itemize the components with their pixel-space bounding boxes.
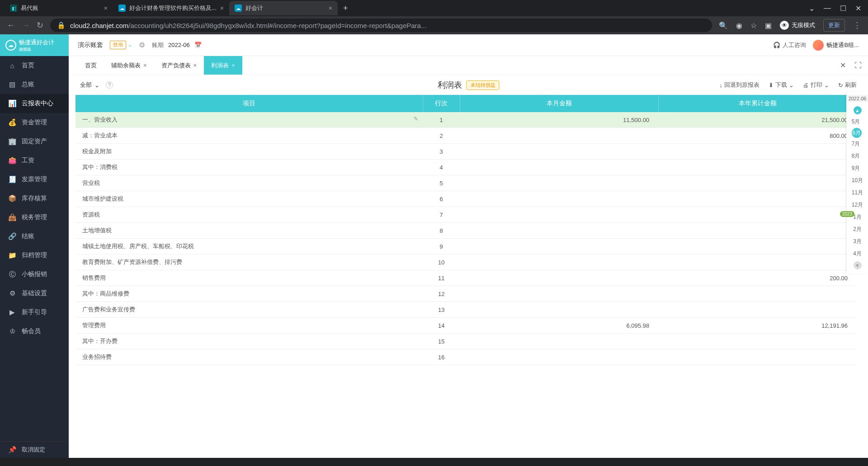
timeline-month[interactable]: 2月: [853, 223, 862, 235]
sidebar-item-13[interactable]: ▶新手引导: [0, 303, 69, 322]
table-row[interactable]: 业务招待费 16: [75, 349, 857, 365]
page-tab-1[interactable]: 辅助余额表×: [104, 56, 154, 75]
sidebar-item-10[interactable]: 📁归档管理: [0, 246, 69, 265]
timeline-current-year[interactable]: 2022.06: [847, 95, 868, 102]
sidebar-item-4[interactable]: 🏢固定资产: [0, 132, 69, 151]
timeline-month[interactable]: 6月: [852, 128, 862, 138]
timeline-month[interactable]: 7月: [852, 138, 863, 150]
close-all-tabs-icon[interactable]: ✕: [837, 60, 848, 71]
sidebar-item-7[interactable]: 📦库存核算: [0, 189, 69, 208]
cell-item: 城镇土地使用税、房产税、车船税、印花税: [75, 239, 423, 254]
sidebar-item-8[interactable]: 👜税务管理: [0, 208, 69, 227]
table-row[interactable]: 税金及附加 3: [75, 144, 857, 160]
table-row[interactable]: 其中：消费税 4: [75, 160, 857, 175]
menu-icon[interactable]: ⋮: [853, 20, 861, 30]
close-icon[interactable]: ×: [220, 5, 224, 12]
browser-tab-1[interactable]: ◧ 易代账 ×: [5, 1, 113, 15]
timeline-month[interactable]: 4月: [853, 248, 862, 260]
sidebar-logo[interactable]: ☁ 畅捷通好会计 旗舰版: [0, 34, 69, 56]
download-button[interactable]: ⬇ 下载 ⌄: [769, 81, 794, 89]
timeline-month[interactable]: 12月: [852, 199, 863, 211]
close-icon[interactable]: ×: [104, 5, 108, 12]
sidebar-item-5[interactable]: 👛工资: [0, 151, 69, 170]
timeline-month[interactable]: 3月: [853, 235, 862, 248]
timeline-month[interactable]: 9月: [852, 162, 863, 174]
period-value[interactable]: 2022-06: [168, 42, 190, 48]
sidebar-item-9[interactable]: 🔗结账: [0, 227, 69, 246]
chevron-down-icon[interactable]: ⌄: [809, 4, 815, 13]
calendar-icon[interactable]: 📅: [194, 42, 202, 48]
table-row[interactable]: 管理费用 14 6,095.98 12,191.96: [75, 318, 857, 334]
url-input[interactable]: 🔒 cloud2.chanjet.com/accounting/uh26t264…: [50, 19, 712, 32]
sidebar-item-3[interactable]: 💰资金管理: [0, 113, 69, 132]
timeline-month[interactable]: 8月: [852, 150, 863, 162]
page-tab-0[interactable]: 首页: [78, 56, 104, 75]
timeline-month[interactable]: 11月: [852, 187, 863, 199]
table-row[interactable]: 减：营业成本 2 800.00: [75, 128, 857, 144]
print-button[interactable]: 🖨 打印 ⌄: [803, 81, 829, 89]
sidebar-item-6[interactable]: 🧾发票管理: [0, 170, 69, 189]
table-row[interactable]: 一、营业收入✎ 1 11,500.00 21,500.00: [75, 112, 857, 128]
bookmark-icon[interactable]: ☆: [750, 21, 757, 30]
sidebar-item-11[interactable]: Ⓒ小畅报销: [0, 265, 69, 284]
close-icon[interactable]: ×: [231, 62, 235, 69]
close-window-icon[interactable]: ✕: [855, 4, 861, 13]
browser-tab-2[interactable]: ☁ 好会计财务管理软件购买价格及... ×: [113, 1, 229, 15]
print-icon: 🖨: [803, 82, 809, 89]
timeline-down-icon[interactable]: ▼: [854, 261, 862, 269]
sidebar-item-12[interactable]: ⚙基础设置: [0, 284, 69, 303]
fullscreen-icon[interactable]: ⛶: [853, 60, 863, 71]
table-row[interactable]: 销售费用 11 200.00: [75, 270, 857, 286]
cell-item: 广告费和业务宣传费: [75, 302, 423, 318]
maximize-icon[interactable]: ☐: [840, 4, 846, 13]
zoom-icon[interactable]: 🔍: [719, 21, 728, 30]
table-row[interactable]: 城镇土地使用税、房产税、车船税、印花税 9: [75, 239, 857, 254]
timeline-month[interactable]: 10月: [852, 174, 863, 187]
sidebar-item-2[interactable]: 📊云报表中心: [0, 94, 69, 113]
update-button[interactable]: 更新: [823, 19, 845, 32]
table-row[interactable]: 营业税 5: [75, 175, 857, 191]
status-badge: 未结转损益: [467, 80, 500, 90]
page-tab-3[interactable]: 利润表×: [204, 56, 242, 75]
browser-tab-3[interactable]: ☁ 好会计 ×: [229, 1, 338, 15]
sidebar-label: 结账: [22, 232, 34, 240]
tab-label: 首页: [85, 61, 97, 70]
page-tab-2[interactable]: 资产负债表×: [154, 56, 204, 75]
cell-year: 800.00: [658, 128, 857, 144]
table-row[interactable]: 其中：开办费 15: [75, 334, 857, 349]
restore-button[interactable]: ↓ 回退到原报表: [720, 81, 760, 89]
table-row[interactable]: 资源税 7: [75, 207, 857, 223]
close-icon[interactable]: ×: [329, 5, 332, 12]
support-link[interactable]: 🎧 人工咨询: [773, 41, 806, 49]
reload-icon[interactable]: ↻: [37, 20, 43, 30]
refresh-button[interactable]: ↻ 刷新: [838, 81, 857, 89]
close-icon[interactable]: ×: [193, 62, 197, 69]
timeline-month[interactable]: 1月: [853, 211, 862, 223]
account-name[interactable]: 演示账套: [78, 41, 103, 49]
settings-icon[interactable]: ⚙: [139, 41, 145, 49]
sidebar-item-14[interactable]: ♔畅会员: [0, 322, 69, 341]
reading-list-icon[interactable]: ▣: [765, 21, 772, 30]
back-icon[interactable]: ←: [7, 21, 15, 30]
sidebar-item-1[interactable]: ▤总账: [0, 75, 69, 94]
filter-select[interactable]: 全部 ⌄ ?: [80, 81, 113, 89]
col-header-month: 本月金额: [460, 95, 658, 112]
help-icon[interactable]: ?: [106, 81, 113, 89]
user-info[interactable]: 畅捷通B组...: [813, 40, 859, 51]
table-row[interactable]: 广告费和业务宣传费 13: [75, 302, 857, 318]
minimize-icon[interactable]: —: [824, 4, 831, 13]
timeline-month[interactable]: 5月: [852, 116, 863, 128]
table-row[interactable]: 教育费附加、矿产资源补偿费、排污费 10: [75, 254, 857, 270]
close-icon[interactable]: ×: [143, 62, 147, 69]
chevron-down-icon[interactable]: ⌄: [128, 42, 132, 48]
table-row[interactable]: 城市维护建设税 6: [75, 191, 857, 207]
unpin-button[interactable]: 📌 取消固定: [0, 442, 69, 458]
timeline-up-icon[interactable]: ▲: [854, 106, 862, 114]
app-container: ☁ 畅捷通好会计 旗舰版 ⌂首页▤总账📊云报表中心💰资金管理🏢固定资产👛工资🧾发…: [0, 34, 868, 458]
sidebar-item-0[interactable]: ⌂首页: [0, 56, 69, 75]
extension-icon[interactable]: ◉: [736, 21, 742, 30]
edit-icon[interactable]: ✎: [414, 116, 418, 122]
new-tab-button[interactable]: +: [338, 4, 354, 13]
table-row[interactable]: 其中：商品维修费 12: [75, 286, 857, 302]
table-row[interactable]: 土地增值税 8: [75, 223, 857, 239]
